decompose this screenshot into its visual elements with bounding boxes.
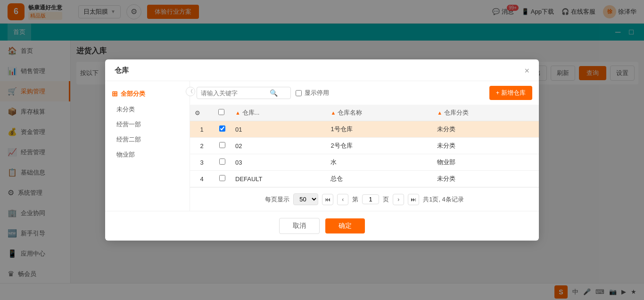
th-category: ▲ 仓库分类: [432, 105, 539, 121]
table-header-row: ⚙ ▲ 仓库... ▲: [190, 105, 539, 121]
td-check: [214, 121, 231, 138]
confirm-btn[interactable]: 确定: [325, 218, 365, 233]
th-num: ⚙: [190, 105, 214, 121]
td-category: 未分类: [432, 121, 539, 138]
td-num: 1: [190, 121, 214, 138]
th-code: ▲ 仓库...: [231, 105, 326, 121]
select-all-checkbox[interactable]: [218, 109, 224, 115]
sort-icon-code: ▲: [235, 110, 240, 116]
td-num: 4: [190, 171, 214, 187]
last-page-btn[interactable]: ⏭: [408, 194, 419, 205]
tree-item-ops1[interactable]: 经营一部: [105, 117, 190, 132]
show-disabled-label[interactable]: 显示停用: [296, 89, 329, 97]
cancel-btn[interactable]: 取消: [279, 218, 320, 234]
search-icon[interactable]: 🔍: [270, 89, 278, 97]
search-wrap: 🔍: [197, 87, 291, 99]
sort-icon-cat: ▲: [437, 110, 442, 116]
td-name: 1号仓库: [326, 121, 432, 138]
td-code: 02: [231, 138, 326, 154]
td-check: [214, 154, 231, 171]
grid-icon: ⊞: [112, 90, 118, 98]
table-row[interactable]: 4 DEFAULT 总仓 未分类: [190, 171, 539, 187]
td-name: 2号仓库: [326, 138, 432, 154]
tree-item-uncategorized[interactable]: 未分类: [105, 102, 190, 117]
table-panel: 🔍 显示停用 + 新增仓库 ⚙: [190, 81, 539, 211]
row-checkbox[interactable]: [219, 158, 225, 165]
table-toolbar: 🔍 显示停用 + 新增仓库: [190, 81, 539, 105]
modal-close-btn[interactable]: ×: [524, 67, 529, 75]
first-page-btn[interactable]: ⏮: [322, 194, 333, 205]
next-page-btn[interactable]: ›: [393, 194, 404, 205]
td-name: 水: [326, 154, 432, 171]
td-category: 物业部: [432, 154, 539, 171]
row-checkbox[interactable]: [219, 175, 225, 181]
th-check: [214, 105, 231, 121]
warehouse-table: ⚙ ▲ 仓库... ▲: [190, 105, 539, 187]
td-code: 03: [231, 154, 326, 171]
add-warehouse-btn[interactable]: + 新增仓库: [489, 86, 532, 100]
search-input[interactable]: [201, 90, 267, 97]
show-disabled-checkbox[interactable]: [296, 90, 302, 96]
td-code: 01: [231, 121, 326, 138]
table-row[interactable]: 2 02 2号仓库 未分类: [190, 138, 539, 154]
tree-all-category[interactable]: ⊞ 全部分类: [105, 86, 190, 102]
tree-collapse-btn[interactable]: 《: [186, 87, 195, 96]
warehouse-modal: 仓库 × ⊞ 全部分类 《 未分类 经营一部: [105, 59, 539, 241]
td-category: 未分类: [432, 138, 539, 154]
tree-item-ops2[interactable]: 经营二部: [105, 132, 190, 147]
th-name: ▲ 仓库名称: [326, 105, 432, 121]
tree-item-property[interactable]: 物业部: [105, 147, 190, 162]
modal-body: ⊞ 全部分类 《 未分类 经营一部 经营二部 物业部: [105, 81, 539, 211]
sort-icon-name: ▲: [330, 110, 336, 116]
td-category: 未分类: [432, 171, 539, 187]
td-code: DEFAULT: [231, 171, 326, 187]
table-body: 1 01 1号仓库 未分类 2 02 2号仓库 未分类 3 03 水 物业部 4…: [190, 121, 539, 187]
td-name: 总仓: [326, 171, 432, 187]
modal-footer: 取消 确定: [105, 211, 539, 241]
page-input[interactable]: [362, 194, 379, 204]
row-checkbox[interactable]: [219, 125, 225, 132]
modal-overlay: 仓库 × ⊞ 全部分类 《 未分类 经营一部: [0, 0, 644, 300]
prev-page-btn[interactable]: ‹: [337, 194, 348, 205]
td-check: [214, 171, 231, 187]
row-checkbox[interactable]: [219, 142, 225, 148]
page-size-select[interactable]: 50: [293, 193, 318, 205]
pagination: 每页显示 50 ⏮ ‹ 第 页 › ⏭ 共1页, 4条记录: [190, 187, 539, 211]
modal-title: 仓库: [115, 66, 129, 75]
td-num: 3: [190, 154, 214, 171]
table-row[interactable]: 1 01 1号仓库 未分类: [190, 121, 539, 138]
td-num: 2: [190, 138, 214, 154]
td-check: [214, 138, 231, 154]
modal-header: 仓库 ×: [105, 59, 539, 81]
gear-icon: ⚙: [195, 109, 200, 117]
table-scroll: ⚙ ▲ 仓库... ▲: [190, 105, 539, 187]
tree-panel: ⊞ 全部分类 《 未分类 经营一部 经营二部 物业部: [105, 81, 190, 211]
table-row[interactable]: 3 03 水 物业部: [190, 154, 539, 171]
